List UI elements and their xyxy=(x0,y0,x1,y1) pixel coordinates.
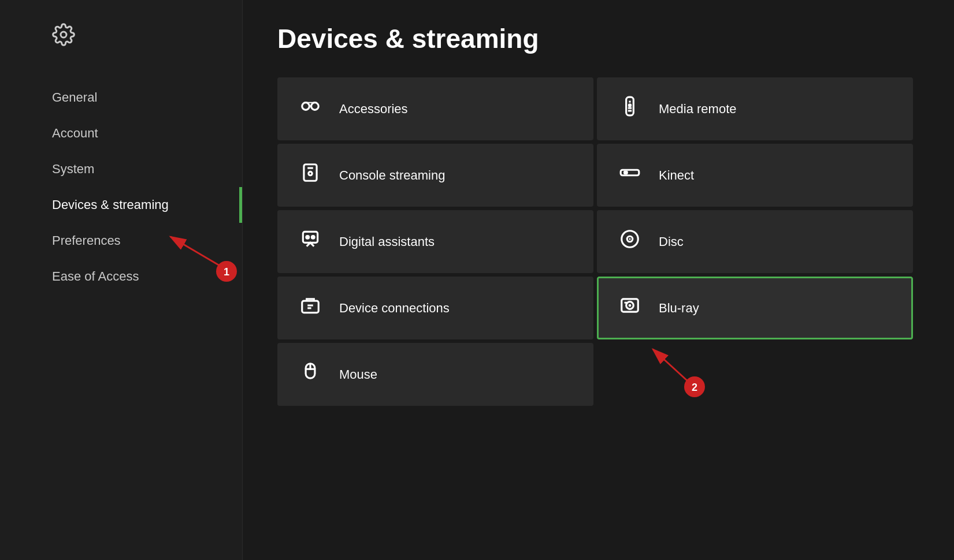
media-remote-icon xyxy=(617,95,643,122)
console-streaming-label: Console streaming xyxy=(339,168,445,183)
svg-point-26 xyxy=(629,304,632,307)
svg-rect-15 xyxy=(303,232,317,242)
svg-point-17 xyxy=(311,236,314,238)
settings-gear-icon xyxy=(0,23,242,80)
sidebar-item-devices-streaming[interactable]: Devices & streaming xyxy=(0,187,242,223)
sidebar-navigation: General Account System Devices & streami… xyxy=(0,80,242,294)
svg-rect-27 xyxy=(625,302,628,304)
accessories-icon xyxy=(298,95,323,122)
svg-rect-21 xyxy=(302,301,319,313)
kinect-label: Kinect xyxy=(659,168,694,183)
settings-item-kinect[interactable]: Kinect xyxy=(597,144,913,207)
settings-item-blu-ray[interactable]: Blu-ray xyxy=(597,277,913,339)
mouse-label: Mouse xyxy=(339,367,377,382)
digital-assistants-label: Digital assistants xyxy=(339,234,435,249)
disc-label: Disc xyxy=(659,234,684,249)
svg-point-0 xyxy=(61,32,66,38)
device-connections-icon xyxy=(298,294,323,322)
settings-item-digital-assistants[interactable]: Digital assistants xyxy=(277,210,593,273)
sidebar-item-system[interactable]: System xyxy=(0,151,242,187)
console-streaming-icon xyxy=(298,162,323,189)
svg-rect-14 xyxy=(625,171,628,173)
svg-rect-13 xyxy=(621,170,639,176)
sidebar-item-preferences[interactable]: Preferences xyxy=(0,223,242,259)
sidebar-item-general[interactable]: General xyxy=(0,80,242,115)
settings-item-console-streaming[interactable]: Console streaming xyxy=(277,144,593,207)
svg-point-2 xyxy=(311,103,319,110)
sidebar-item-account[interactable]: Account xyxy=(0,115,242,151)
mouse-icon xyxy=(298,361,323,388)
settings-item-device-connections[interactable]: Device connections xyxy=(277,277,593,339)
disc-icon xyxy=(617,228,643,255)
settings-grid: Accessories Media remote xyxy=(277,77,913,406)
sidebar: General Account System Devices & streami… xyxy=(0,0,243,560)
settings-item-media-remote[interactable]: Media remote xyxy=(597,77,913,140)
svg-point-20 xyxy=(629,238,630,240)
device-connections-label: Device connections xyxy=(339,301,450,316)
settings-item-disc[interactable]: Disc xyxy=(597,210,913,273)
main-content: Devices & streaming Accessories xyxy=(243,0,954,560)
blu-ray-label: Blu-ray xyxy=(659,301,699,316)
accessories-label: Accessories xyxy=(339,102,408,117)
svg-point-7 xyxy=(629,104,630,106)
settings-item-mouse[interactable]: Mouse xyxy=(277,343,593,406)
settings-item-accessories[interactable]: Accessories xyxy=(277,77,593,140)
svg-point-1 xyxy=(302,103,310,110)
blu-ray-icon xyxy=(617,294,643,322)
digital-assistants-icon xyxy=(298,228,323,255)
page-title: Devices & streaming xyxy=(277,23,919,54)
svg-point-12 xyxy=(309,171,312,175)
kinect-icon xyxy=(617,162,643,189)
svg-point-16 xyxy=(306,236,309,238)
media-remote-label: Media remote xyxy=(659,102,737,117)
sidebar-item-ease-of-access[interactable]: Ease of Access xyxy=(0,259,242,294)
